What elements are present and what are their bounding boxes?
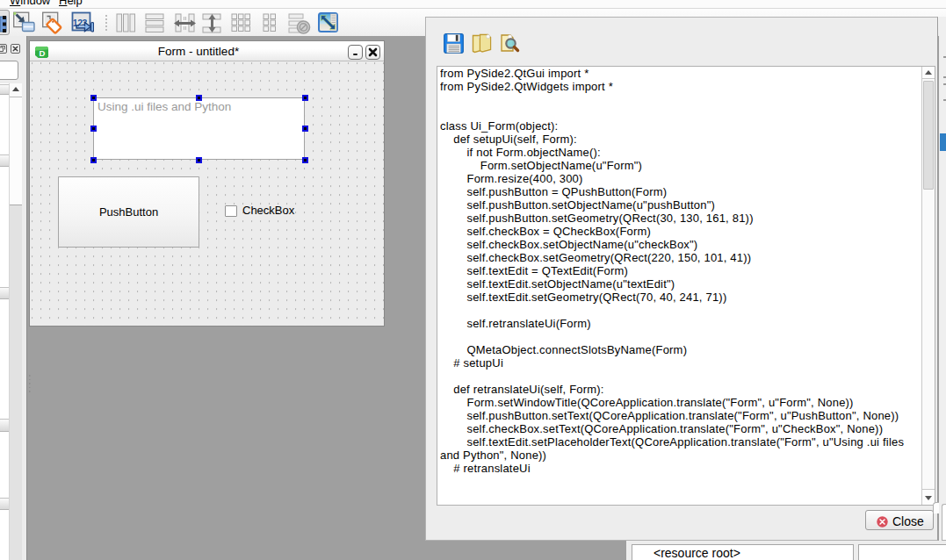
svg-text:D: D — [40, 48, 46, 58]
